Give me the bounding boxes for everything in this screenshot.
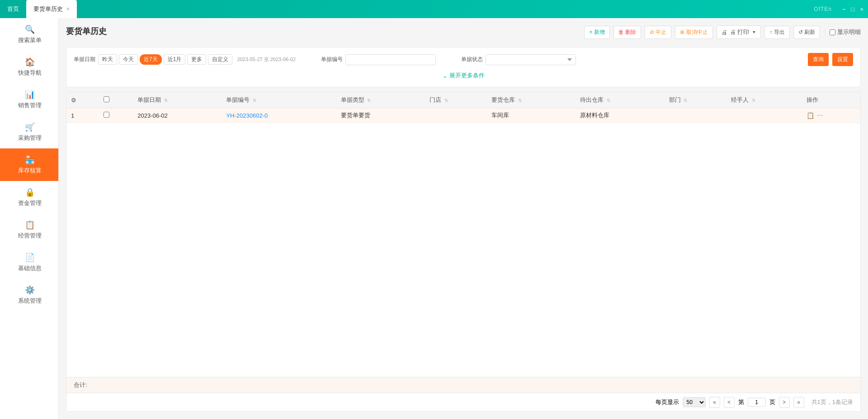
sidebar-item-quick-nav[interactable]: 🏠 快捷导航 [0, 51, 58, 83]
print-dropdown-icon: ▼ [752, 30, 756, 34]
sidebar-item-system-label: 系统管理 [18, 297, 42, 305]
col-pending-warehouse: 待出仓库 ⇅ [576, 92, 664, 108]
export-button[interactable]: ↑ 导出 [764, 26, 789, 39]
col-pending-warehouse-label: 待出仓库 [580, 96, 604, 103]
new-button[interactable]: + 新增 [584, 26, 609, 39]
col-order-type-label: 单据类型 [341, 96, 364, 103]
sort-pending-warehouse-icon[interactable]: ⇅ [607, 98, 610, 103]
col-department: 部门 ⇅ [665, 92, 726, 108]
sidebar: 🔍 搜索菜单 🏠 快捷导航 📊 销售管理 🛒 采购管理 🏪 库存核算 🔒 资金管… [0, 18, 59, 419]
cell-index: 1 [66, 108, 99, 123]
date-btn-7days[interactable]: 近7天 [140, 54, 162, 65]
date-btn-today[interactable]: 今天 [119, 54, 138, 65]
query-button[interactable]: 查询 [808, 53, 829, 66]
order-no-label: 单据编号 [321, 56, 343, 63]
page-number-input[interactable]: 1 [748, 398, 766, 407]
page-prefix: 第 [738, 398, 744, 406]
pagination: 每页显示 50 20 100 « < 第 1 页 > » 共1页，1条记录 [66, 393, 860, 411]
sort-order-type-icon[interactable]: ⇅ [367, 98, 371, 103]
sort-order-no-icon[interactable]: ⇅ [253, 98, 256, 103]
sidebar-item-basic-info[interactable]: 📄 基础信息 [0, 246, 58, 279]
date-range-text: 2023-05-27 至 2023-06-02 [237, 56, 296, 63]
order-no-link[interactable]: YH-20230602-0 [226, 112, 268, 119]
status-select[interactable] [486, 54, 576, 65]
summary-row: 合计: [66, 377, 860, 393]
minimize-button[interactable]: − [842, 6, 846, 13]
display-detail-text: 显示明细 [837, 28, 861, 36]
sidebar-item-system[interactable]: ⚙️ 系统管理 [0, 279, 58, 311]
date-btn-yesterday[interactable]: 昨天 [98, 54, 117, 65]
col-handler: 经手人 ⇅ [726, 92, 802, 108]
page-suffix: 页 [769, 398, 775, 406]
tab-close-icon[interactable]: × [66, 6, 70, 12]
print-button[interactable]: 🖨 🖨 打印 ▼ [717, 25, 761, 39]
next-page-button[interactable]: > [779, 397, 790, 408]
sort-store-icon[interactable]: ⇅ [444, 98, 448, 103]
sidebar-item-purchase[interactable]: 🛒 采购管理 [0, 116, 58, 148]
close-window-button[interactable]: × [860, 6, 863, 13]
print-label: 🖨 打印 [730, 28, 750, 36]
delete-button[interactable]: 🗑 删除 [613, 26, 641, 39]
status-label: 单据状态 [461, 56, 483, 63]
more-action-icon[interactable]: ⋯ [817, 112, 823, 119]
col-req-warehouse-label: 要货仓库 [491, 96, 515, 103]
settings-col-icon[interactable]: ⚙ [71, 97, 76, 104]
sidebar-item-operations[interactable]: 📋 经营管理 [0, 214, 58, 246]
view-action-icon[interactable]: 📋 [807, 112, 814, 119]
expand-button[interactable]: ⌄ 展开更多条件 [441, 70, 486, 81]
row-checkbox[interactable] [104, 112, 109, 118]
col-actions-label: 操作 [807, 96, 818, 103]
toolbar-divider [825, 28, 825, 36]
summary-label: 合计: [74, 381, 87, 389]
date-btn-more[interactable]: 更多 [187, 54, 206, 65]
first-page-button[interactable]: « [709, 397, 720, 408]
tab-requisition-history[interactable]: 要货单历史 × [26, 0, 77, 18]
sort-date-icon[interactable]: ⇅ [164, 98, 168, 103]
search-icon: 🔍 [25, 24, 35, 34]
sidebar-item-inventory[interactable]: 🏪 库存核算 [0, 148, 58, 181]
cell-store [425, 108, 487, 123]
last-page-button[interactable]: » [793, 397, 804, 408]
order-no-input[interactable] [345, 54, 436, 65]
prev-page-button[interactable]: < [724, 397, 735, 408]
content-area: 要货单历史 + 新增 🗑 删除 ⊘ 中止 ⊗ 取消中止 🖨 🖨 打印 ▼ ↑ 导… [59, 18, 868, 419]
cell-order-type: 要货单要货 [336, 108, 425, 123]
home-icon: 🏠 [25, 57, 35, 67]
date-range-buttons: 昨天 今天 近7天 近1月 更多 自定义 [98, 54, 232, 65]
date-btn-custom[interactable]: 自定义 [208, 54, 232, 65]
sidebar-item-sales[interactable]: 📊 销售管理 [0, 83, 58, 116]
tab-home-label: 首页 [7, 5, 19, 13]
sort-req-warehouse-icon[interactable]: ⇅ [518, 98, 522, 103]
date-filter-label: 单据日期 [74, 56, 95, 63]
sort-department-icon[interactable]: ⇅ [684, 98, 687, 103]
sort-handler-icon[interactable]: ⇅ [752, 98, 755, 103]
sidebar-item-quick-nav-label: 快捷导航 [18, 69, 42, 77]
sidebar-item-search-label: 搜索菜单 [18, 36, 42, 44]
settings-button[interactable]: 设置 [832, 53, 853, 66]
select-all-checkbox[interactable] [104, 96, 109, 102]
cell-handler [726, 108, 802, 123]
filter-status: 单据状态 [461, 54, 576, 65]
col-store-label: 门店 [429, 96, 441, 103]
filter-date: 单据日期 昨天 今天 近7天 近1月 更多 自定义 2023-05-27 至 2… [74, 54, 296, 65]
sidebar-item-finance[interactable]: 🔒 资金管理 [0, 181, 58, 214]
print-icon: 🖨 [722, 29, 727, 36]
maximize-button[interactable]: □ [851, 6, 855, 13]
tab-home[interactable]: 首页 [0, 0, 26, 18]
app-title: OfTEn [814, 6, 832, 12]
sidebar-item-search[interactable]: 🔍 搜索菜单 [0, 18, 58, 51]
display-detail-checkbox[interactable] [830, 29, 835, 35]
col-date-label: 单据日期 [137, 96, 161, 103]
refresh-button[interactable]: ↺ 刷新 [793, 26, 820, 39]
cell-actions: 📋 ⋯ [802, 108, 860, 123]
table-body: 1 2023-06-02 YH-20230602-0 要货单要货 车间 [66, 108, 860, 123]
stop-button[interactable]: ⊘ 中止 [645, 26, 671, 39]
col-settings: ⚙ [66, 92, 99, 108]
filter-order-no: 单据编号 [321, 54, 436, 65]
per-page-select[interactable]: 50 20 100 [683, 397, 706, 407]
system-icon: ⚙️ [25, 285, 35, 295]
date-btn-1month[interactable]: 近1月 [164, 54, 186, 65]
expand-label: 展开更多条件 [449, 71, 485, 80]
cancel-stop-button[interactable]: ⊗ 取消中止 [675, 26, 712, 39]
sales-icon: 📊 [25, 90, 35, 100]
